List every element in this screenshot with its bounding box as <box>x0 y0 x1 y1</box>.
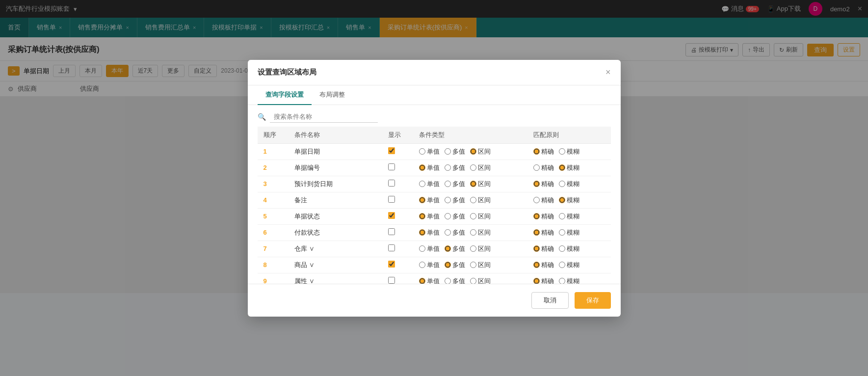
match-radio-模糊-4[interactable] <box>559 197 565 203</box>
match-radio-精确-2[interactable] <box>533 164 540 171</box>
type-radio-区间-6[interactable] <box>470 229 476 236</box>
type-radio-单值-2[interactable] <box>419 164 425 171</box>
table-row: 4备注单值多值区间精确模糊 <box>258 192 611 208</box>
type-radio-多值-2[interactable] <box>445 164 451 171</box>
settings-modal: 设置查询区域布局 × 查询字段设置 布局调整 🔍 顺序 条件名称 <box>248 60 621 294</box>
row-display <box>382 241 414 257</box>
row-match: 精确模糊 <box>527 241 610 257</box>
col-header-name: 条件名称 <box>289 127 382 144</box>
type-radio-区间-9[interactable] <box>470 278 476 284</box>
display-checkbox-6[interactable] <box>388 228 395 235</box>
match-radio-精确-4[interactable] <box>533 197 540 203</box>
match-radio-模糊-9[interactable] <box>559 278 565 284</box>
modal-tab-layout[interactable]: 布局调整 <box>312 85 353 105</box>
type-radio-单值-3[interactable] <box>419 181 425 187</box>
type-radio-单值-7[interactable] <box>419 245 425 252</box>
row-order: 6 <box>258 224 289 241</box>
match-radio-精确-9[interactable] <box>533 278 540 284</box>
modal-tab-fields-label: 查询字段设置 <box>265 91 304 98</box>
match-radio-精确-5[interactable] <box>533 213 540 219</box>
type-radio-区间-1[interactable] <box>470 148 476 155</box>
row-display <box>382 176 414 192</box>
modal-table-scroll: 顺序 条件名称 显示 条件类型 匹配原则 1单据日期单值多值区间精确模糊2单据编… <box>248 127 621 284</box>
type-radio-多值-7[interactable] <box>445 245 451 252</box>
row-match: 精确模糊 <box>527 192 610 208</box>
type-radio-区间-4[interactable] <box>470 197 476 203</box>
type-radio-单值-4[interactable] <box>419 197 425 203</box>
table-row: 8商品 ∨单值多值区间精确模糊 <box>258 257 611 273</box>
modal-tabs: 查询字段设置 布局调整 <box>248 85 621 105</box>
match-radio-模糊-3[interactable] <box>559 181 565 187</box>
row-match: 精确模糊 <box>527 160 610 176</box>
type-radio-多值-5[interactable] <box>445 213 451 219</box>
modal-search-input[interactable] <box>270 111 378 123</box>
modal-close-btn[interactable]: × <box>605 68 611 77</box>
field-table: 顺序 条件名称 显示 条件类型 匹配原则 1单据日期单值多值区间精确模糊2单据编… <box>258 127 611 284</box>
type-radio-单值-5[interactable] <box>419 213 425 219</box>
match-radio-模糊-1[interactable] <box>559 148 565 155</box>
type-radio-单值-8[interactable] <box>419 262 425 268</box>
display-checkbox-4[interactable] <box>388 196 395 203</box>
type-radio-单值-9[interactable] <box>419 278 425 284</box>
cancel-btn[interactable]: 取消 <box>531 292 569 294</box>
row-type: 单值多值区间 <box>413 273 527 284</box>
modal-overlay: 设置查询区域布局 × 查询字段设置 布局调整 🔍 顺序 条件名称 <box>0 0 868 293</box>
match-radio-精确-6[interactable] <box>533 229 540 236</box>
row-match: 精确模糊 <box>527 224 610 241</box>
row-type: 单值多值区间 <box>413 257 527 273</box>
row-name: 单据日期 <box>289 143 382 160</box>
row-display <box>382 208 414 224</box>
save-btn[interactable]: 保存 <box>575 292 611 294</box>
type-radio-区间-2[interactable] <box>470 164 476 171</box>
match-radio-模糊-7[interactable] <box>559 245 565 252</box>
row-name: 预计到货日期 <box>289 176 382 192</box>
row-type: 单值多值区间 <box>413 192 527 208</box>
type-radio-多值-1[interactable] <box>445 148 451 155</box>
match-radio-模糊-5[interactable] <box>559 213 565 219</box>
modal-tab-layout-label: 布局调整 <box>319 91 345 98</box>
type-radio-多值-8[interactable] <box>445 262 451 268</box>
type-radio-多值-4[interactable] <box>445 197 451 203</box>
table-row: 5单据状态单值多值区间精确模糊 <box>258 208 611 224</box>
match-radio-模糊-6[interactable] <box>559 229 565 236</box>
display-checkbox-5[interactable] <box>388 212 395 219</box>
row-display <box>382 257 414 273</box>
display-checkbox-1[interactable] <box>388 147 395 154</box>
display-checkbox-2[interactable] <box>388 163 395 170</box>
type-radio-多值-6[interactable] <box>445 229 451 236</box>
type-radio-多值-9[interactable] <box>445 278 451 284</box>
type-radio-多值-3[interactable] <box>445 181 451 187</box>
match-radio-模糊-8[interactable] <box>559 262 565 268</box>
display-checkbox-9[interactable] <box>388 277 395 284</box>
table-row: 1单据日期单值多值区间精确模糊 <box>258 143 611 160</box>
row-display <box>382 224 414 241</box>
table-row: 6付款状态单值多值区间精确模糊 <box>258 224 611 241</box>
row-name: 单据状态 <box>289 208 382 224</box>
row-type: 单值多值区间 <box>413 241 527 257</box>
match-radio-精确-3[interactable] <box>533 181 540 187</box>
row-order: 3 <box>258 176 289 192</box>
row-order: 8 <box>258 257 289 273</box>
col-header-display: 显示 <box>382 127 414 144</box>
match-radio-精确-8[interactable] <box>533 262 540 268</box>
row-order: 1 <box>258 143 289 160</box>
display-checkbox-7[interactable] <box>388 244 395 251</box>
display-checkbox-3[interactable] <box>388 180 395 187</box>
match-radio-精确-1[interactable] <box>533 148 540 155</box>
type-radio-区间-5[interactable] <box>470 213 476 219</box>
row-order: 2 <box>258 160 289 176</box>
type-radio-区间-8[interactable] <box>470 262 476 268</box>
row-match: 精确模糊 <box>527 208 610 224</box>
col-header-match: 匹配原则 <box>527 127 610 144</box>
type-radio-单值-6[interactable] <box>419 229 425 236</box>
row-match: 精确模糊 <box>527 176 610 192</box>
display-checkbox-8[interactable] <box>388 261 395 268</box>
modal-tab-fields[interactable]: 查询字段设置 <box>258 85 312 105</box>
type-radio-区间-7[interactable] <box>470 245 476 252</box>
type-radio-区间-3[interactable] <box>470 181 476 187</box>
match-radio-精确-7[interactable] <box>533 245 540 252</box>
match-radio-模糊-2[interactable] <box>559 164 565 171</box>
row-match: 精确模糊 <box>527 143 610 160</box>
type-radio-单值-1[interactable] <box>419 148 425 155</box>
row-display <box>382 192 414 208</box>
